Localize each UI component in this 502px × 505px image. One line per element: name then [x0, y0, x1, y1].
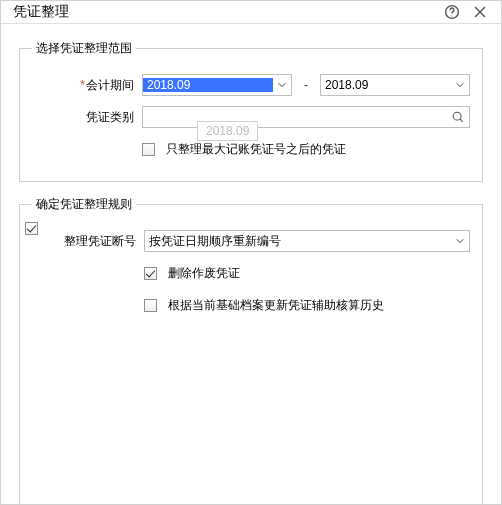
svg-point-1	[451, 15, 452, 16]
reorder-mode-combo[interactable]: 按凭证日期顺序重新编号	[144, 230, 470, 252]
period-to-combo[interactable]: 2018.09	[320, 74, 470, 96]
label-update-aux: 根据当前基础档案更新凭证辅助核算历史	[168, 297, 384, 314]
close-icon[interactable]	[469, 1, 491, 23]
chevron-down-icon	[451, 75, 469, 95]
svg-point-4	[453, 112, 461, 120]
chevron-down-icon	[273, 75, 291, 95]
group-scope: 选择凭证整理范围 *会计期间 2018.09 - 2018.09	[19, 40, 483, 182]
period-to-value: 2018.09	[321, 78, 451, 92]
category-input[interactable]	[143, 107, 447, 127]
category-input-wrap	[142, 106, 470, 128]
row-period: *会计期间 2018.09 - 2018.09	[32, 73, 470, 97]
dialog-title: 凭证整理	[13, 3, 435, 21]
checkbox-only-after[interactable]	[142, 143, 155, 156]
group-rules-legend: 确定凭证整理规则	[32, 196, 136, 213]
row-category: 凭证类别	[32, 105, 470, 129]
reorder-mode-value: 按凭证日期顺序重新编号	[145, 233, 451, 250]
label-category: 凭证类别	[32, 109, 142, 126]
titlebar: 凭证整理	[1, 1, 501, 24]
help-icon[interactable]	[441, 1, 463, 23]
dialog-voucher-cleanup: 凭证整理 选择凭证整理范围 *会计期间 2018.09	[0, 0, 502, 505]
checkbox-update-aux[interactable]	[144, 299, 157, 312]
dialog-body: 选择凭证整理范围 *会计期间 2018.09 - 2018.09	[1, 24, 501, 505]
row-delete-void: 删除作废凭证	[48, 261, 470, 285]
group-rules: 确定凭证整理规则 整理凭证断号 按凭证日期顺序重新编号 删除作废凭证	[19, 196, 483, 505]
checkbox-delete-void[interactable]	[144, 267, 157, 280]
row-reorder: 整理凭证断号 按凭证日期顺序重新编号	[48, 229, 470, 253]
period-from-value: 2018.09	[143, 78, 273, 92]
label-delete-void: 删除作废凭证	[168, 265, 240, 282]
range-separator: -	[304, 78, 308, 92]
svg-line-5	[460, 119, 463, 122]
group-scope-legend: 选择凭证整理范围	[32, 40, 136, 57]
row-only-after: 只整理最大记账凭证号之后的凭证	[32, 137, 470, 161]
chevron-down-icon	[451, 231, 469, 251]
row-update-aux: 根据当前基础档案更新凭证辅助核算历史	[48, 293, 470, 317]
label-only-after: 只整理最大记账凭证号之后的凭证	[166, 141, 346, 158]
period-from-combo[interactable]: 2018.09	[142, 74, 292, 96]
lookup-icon[interactable]	[447, 107, 469, 127]
required-mark: *	[80, 78, 85, 92]
checkbox-rules-master[interactable]	[25, 222, 38, 235]
label-period: *会计期间	[32, 77, 142, 94]
label-reorder: 整理凭证断号	[48, 233, 144, 250]
period-range: 2018.09 - 2018.09	[142, 74, 470, 96]
